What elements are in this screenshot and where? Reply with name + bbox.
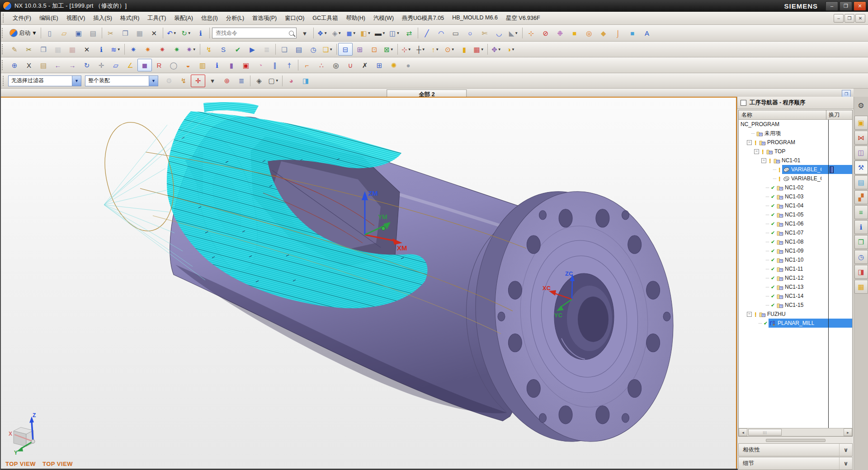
method-view-icon[interactable]: ⊠▼ <box>382 43 396 56</box>
hd3d-tools-icon[interactable]: ❒ <box>854 235 868 249</box>
delete-operation-icon[interactable]: ▦ <box>65 43 80 56</box>
restore-button[interactable]: ❐ <box>840 1 852 11</box>
command-finder[interactable] <box>212 28 297 38</box>
dependencies-chevron-icon[interactable]: ∨ <box>839 444 852 456</box>
toolbar-grip[interactable] <box>2 44 5 54</box>
menu-item-8[interactable]: 分析(L) <box>222 13 248 24</box>
list-toolpath-icon[interactable]: ≣ <box>259 43 274 56</box>
block-icon[interactable]: ■ <box>567 27 582 39</box>
expand-icon[interactable]: − <box>761 158 766 163</box>
tree-item-nc1-10[interactable]: ✔NC1-10 <box>739 255 852 264</box>
simulate-machine-icon[interactable]: ▶ <box>245 43 259 56</box>
system-scenes-icon[interactable]: ▦ <box>854 280 868 294</box>
shaded-view-icon[interactable]: ◼▼ <box>344 27 359 39</box>
tree-item-fuzhu[interactable]: −!FUZHU <box>739 310 852 319</box>
object-display-icon[interactable]: ❉ <box>553 27 567 39</box>
edit-operation-icon[interactable]: ✎ <box>7 43 22 56</box>
tree-item-nc1-06[interactable]: ✔NC1-06 <box>739 219 852 228</box>
menu-item-7[interactable]: 信息(I) <box>197 13 222 24</box>
menu-item-3[interactable]: 插入(S) <box>89 13 116 24</box>
object-info-icon[interactable]: ℹ <box>210 59 224 71</box>
menu-item-6[interactable]: 装配(A) <box>170 13 197 24</box>
selection-scope-combo[interactable]: 整个装配 ▼ <box>85 75 158 86</box>
geometry-view-icon[interactable]: ⊡ <box>367 43 382 56</box>
selection-scope-dropdown-icon[interactable]: ▼ <box>149 76 158 86</box>
copy-operation-icon[interactable]: ❐ <box>36 43 51 56</box>
tree-hscrollbar[interactable]: ◂ ||| ▸ <box>739 428 852 436</box>
forward-icon[interactable]: → <box>65 59 80 71</box>
shaded-analysis-icon[interactable]: ◕ <box>284 75 298 87</box>
tree-item-nc1-08[interactable]: ✔NC1-08 <box>739 237 852 246</box>
menu-item-10[interactable]: 窗口(O) <box>281 13 308 24</box>
scroll-right-icon[interactable]: ▸ <box>844 428 852 436</box>
column-name[interactable]: 名称 <box>739 110 826 119</box>
menu-grip[interactable] <box>3 14 6 23</box>
history-icon[interactable]: ◷ <box>854 250 868 264</box>
tree-item-variable_c[interactable]: !VARIABLE_C... <box>739 174 852 183</box>
process-assistant-icon[interactable]: ▞ <box>854 190 868 204</box>
operation-info-icon[interactable]: ℹ <box>94 43 108 56</box>
display-mode-icon[interactable]: ▬▼ <box>373 27 387 39</box>
menu-item-14[interactable]: 燕秀UG模具7.05 <box>398 13 448 24</box>
save-icon[interactable]: ▣ <box>71 27 86 39</box>
rectangle-tool-icon[interactable]: ▭ <box>448 27 463 39</box>
scroll-thumb[interactable]: ||| <box>748 429 782 436</box>
part-navigator-icon[interactable]: ◫ <box>854 146 868 160</box>
output-doc-icon[interactable]: ❏▼ <box>321 43 335 56</box>
operation-navigator-icon[interactable]: ⚒ <box>854 160 868 174</box>
snap-dropdown[interactable]: ▾ <box>205 75 220 87</box>
details-panel-header[interactable]: 细节 ∨ <box>738 457 853 470</box>
postprocess-icon[interactable]: S <box>216 43 231 56</box>
section-view-icon[interactable]: ◒ <box>181 59 195 71</box>
point-on-curve-icon[interactable]: ◈ <box>252 75 266 87</box>
extrude-icon[interactable]: ↑▼ <box>428 43 443 56</box>
cylinder-icon[interactable]: ▮ <box>224 59 239 71</box>
menu-item-12[interactable]: 帮助(H) <box>342 13 369 24</box>
shop-doc-icon[interactable]: ▤ <box>292 43 306 56</box>
toolbar-grip[interactable] <box>2 60 5 70</box>
sheet-list-icon[interactable]: ▤ <box>36 59 51 71</box>
x-mark-icon[interactable]: ✗ <box>358 59 372 71</box>
snap-point-icon[interactable]: ✛ <box>191 75 205 87</box>
tree-item-nc1-09[interactable]: ✔NC1-09 <box>739 246 852 255</box>
create-operation-icon[interactable]: ✷▼ <box>184 43 198 56</box>
bounded-cube-icon[interactable]: ▣ <box>239 59 253 71</box>
visual-style-icon[interactable]: ◧▼ <box>359 27 373 39</box>
tree-item-nc1-11[interactable]: ✔NC1-11 <box>739 264 852 273</box>
selbar-grip[interactable] <box>3 76 6 86</box>
pan-view-icon[interactable]: ✛ <box>94 59 108 71</box>
fillet-tool-icon[interactable]: ◡ <box>492 27 506 39</box>
sequence-list-icon[interactable]: ≣ <box>234 75 249 87</box>
tree-item-variable_c[interactable]: !VARIABLE_C... <box>739 165 852 174</box>
tree-item-program[interactable]: −!PROGRAM <box>739 138 852 147</box>
edit-display-icon[interactable]: ▥ <box>195 59 210 71</box>
tree-item-nc1-13[interactable]: ✔NC1-13 <box>739 282 852 291</box>
panel-splitter[interactable] <box>738 438 853 442</box>
chamfer-tool-icon[interactable]: ◣▼ <box>506 27 521 39</box>
cube-icon[interactable]: ■ <box>625 27 640 39</box>
minimize-button[interactable]: – <box>826 1 838 11</box>
menu-item-4[interactable]: 格式(R) <box>116 13 143 24</box>
circle-tool-icon[interactable]: ○ <box>463 27 477 39</box>
wedge-icon[interactable]: ◆ <box>596 27 611 39</box>
tree-item-nc1-04[interactable]: ✔NC1-04 <box>739 201 852 210</box>
tree-item-nc1-12[interactable]: ✔NC1-12 <box>739 273 852 282</box>
tree-item-nc1-03[interactable]: ✔NC1-03 <box>739 192 852 201</box>
cut-operation-icon[interactable]: ✂ <box>22 43 36 56</box>
tree-item-[interactable]: 未用项 <box>739 129 852 138</box>
gear-icon[interactable]: ⚙ <box>854 99 868 113</box>
hook-tool-icon[interactable]: ⌐ <box>300 59 314 71</box>
menu-item-11[interactable]: GC工具箱 <box>308 13 342 24</box>
internet-explorer-icon[interactable]: ℹ <box>854 220 868 234</box>
command-finder-dropdown[interactable]: ▾ <box>297 27 312 39</box>
constraint-navigator-icon[interactable]: ⋈ <box>854 131 868 145</box>
menu-item-16[interactable]: 星空 V6.936F <box>502 13 544 24</box>
sweep-icon[interactable]: ⌡ <box>611 27 625 39</box>
csys-abs-icon[interactable]: ⊕ <box>7 59 22 71</box>
curvature-icon[interactable]: R <box>152 59 166 71</box>
close-button[interactable]: ✕ <box>854 1 866 11</box>
dots-icon[interactable]: ∴ <box>314 59 329 71</box>
tree-item-nc1-05[interactable]: ✔NC1-05 <box>739 210 852 219</box>
mesh-icon[interactable]: ▦▼ <box>472 43 486 56</box>
paste-operation-icon[interactable]: ▦ <box>51 43 65 56</box>
